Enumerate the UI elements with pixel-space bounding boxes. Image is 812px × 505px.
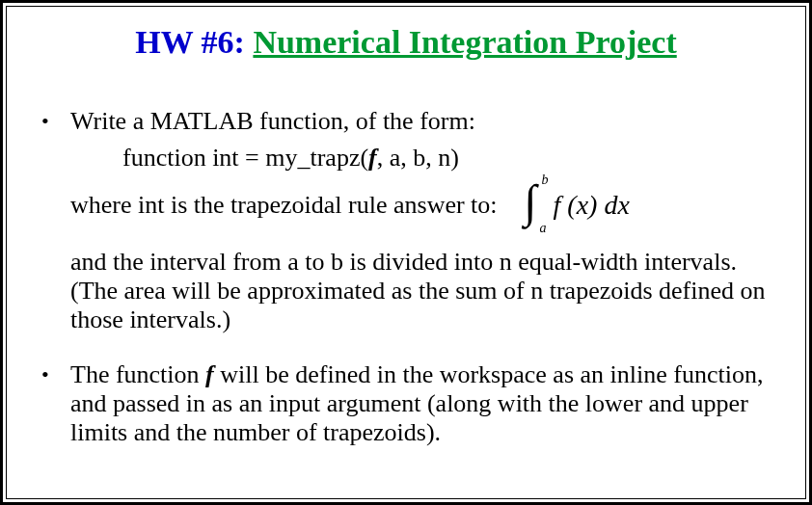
title-subject: Numerical Integration Project bbox=[253, 24, 676, 60]
bullet-2: The function f will be defined in the wo… bbox=[40, 360, 772, 447]
interval-description: and the interval from a to b is divided … bbox=[70, 248, 772, 334]
integrand-fx: f (x) bbox=[554, 190, 598, 220]
slide-inner-border: HW #6: Numerical Integration Project Wri… bbox=[6, 6, 806, 499]
slide-title: HW #6: Numerical Integration Project bbox=[40, 24, 772, 61]
slide-outer-border: HW #6: Numerical Integration Project Wri… bbox=[0, 0, 812, 505]
bullet2-pre: The function bbox=[70, 360, 205, 388]
where-line: where int is the trapezoidal rule answer… bbox=[70, 182, 772, 228]
integrand-dx: dx bbox=[597, 190, 629, 220]
signature-pre: function int = my_trapz( bbox=[122, 144, 368, 172]
title-hw-label: HW #6: bbox=[135, 24, 245, 60]
signature-f: f bbox=[368, 144, 377, 172]
integral-lower-bound: a bbox=[540, 221, 547, 236]
bullet2-f: f bbox=[205, 360, 214, 388]
function-signature: function int = my_trapz(f, a, b, n) bbox=[122, 144, 772, 173]
bullet-1: Write a MATLAB function, of the form: fu… bbox=[40, 107, 772, 333]
signature-post: , a, b, n) bbox=[377, 144, 459, 172]
integral-upper-bound: b bbox=[542, 173, 549, 188]
content-list: Write a MATLAB function, of the form: fu… bbox=[40, 107, 772, 447]
integral-expression: ∫ b a f (x) dx bbox=[523, 182, 630, 228]
bullet1-intro: Write a MATLAB function, of the form: bbox=[70, 107, 772, 136]
where-text: where int is the trapezoidal rule answer… bbox=[70, 191, 498, 220]
integral-symbol: ∫ b a bbox=[523, 182, 552, 228]
